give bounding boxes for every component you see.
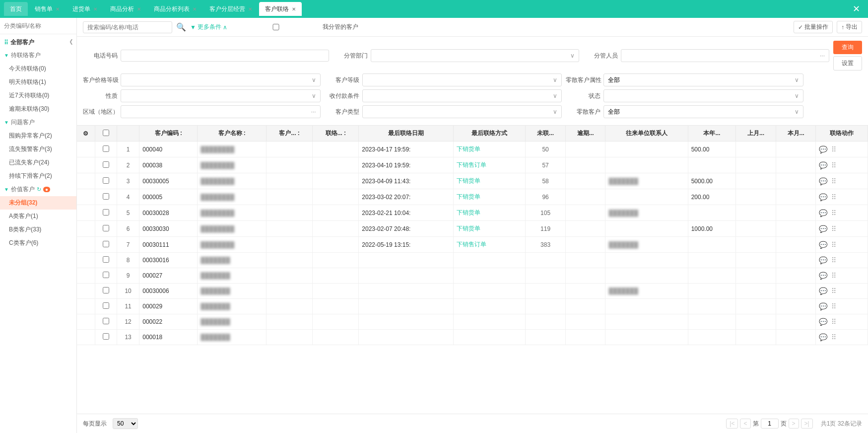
sidebar-group-value[interactable]: ▼ 价值客户 ↻ ● bbox=[0, 183, 76, 196]
dept-select[interactable]: ∨ bbox=[371, 49, 579, 62]
more-icon[interactable]: ⠿ bbox=[831, 145, 836, 153]
th-name[interactable]: 客户名称 : bbox=[198, 126, 267, 142]
td-last-type[interactable]: 下销货单 bbox=[453, 142, 526, 157]
td-last-type[interactable]: 下销货单 bbox=[453, 221, 526, 237]
tab-customer-contact-close[interactable]: ✕ bbox=[292, 6, 296, 12]
filter-search-icon[interactable]: 🔍 bbox=[176, 22, 186, 32]
tab-sales[interactable]: 销售单 ✕ bbox=[29, 2, 66, 16]
comment-icon[interactable]: 💬 bbox=[819, 318, 827, 326]
tab-home[interactable]: 首页 bbox=[4, 2, 28, 16]
td-checkbox[interactable] bbox=[95, 253, 117, 268]
comment-icon[interactable]: 💬 bbox=[819, 177, 827, 185]
td-checkbox[interactable] bbox=[95, 284, 117, 299]
th-last-date[interactable]: 最后联络日期 bbox=[359, 126, 453, 142]
comment-icon[interactable]: 💬 bbox=[819, 193, 827, 201]
more-icon[interactable]: ⠿ bbox=[831, 161, 836, 169]
td-last-type[interactable]: 下销售订单 bbox=[453, 237, 526, 253]
last-page-btn[interactable]: >| bbox=[801, 419, 813, 429]
sidebar-item-overdue[interactable]: 逾期未联络(30) bbox=[0, 102, 76, 116]
comment-icon[interactable]: 💬 bbox=[819, 161, 827, 169]
td-last-type[interactable]: 下销货单 bbox=[453, 173, 526, 189]
td-checkbox[interactable] bbox=[95, 299, 117, 314]
th-this-month[interactable]: 本月... bbox=[776, 126, 816, 142]
manager-select[interactable]: ··· bbox=[621, 49, 829, 62]
more-icon[interactable]: ⠿ bbox=[831, 209, 836, 217]
nature-select[interactable]: ∨ bbox=[121, 89, 321, 102]
comment-icon[interactable]: 💬 bbox=[819, 241, 827, 249]
th-contact[interactable]: 联络... : bbox=[313, 126, 359, 142]
select-all-checkbox[interactable] bbox=[103, 130, 109, 136]
td-checkbox[interactable] bbox=[95, 157, 117, 173]
th-not-contact[interactable]: 未联... bbox=[526, 126, 566, 142]
all-customers-header[interactable]: ⠿ 全部客户 《 bbox=[0, 34, 76, 49]
sidebar-item-ungroup[interactable]: 未分组(32) bbox=[0, 196, 76, 210]
more-icon[interactable]: ⠿ bbox=[831, 287, 836, 295]
my-customers-checkbox[interactable]: 我分管的客户 bbox=[231, 23, 358, 31]
comment-icon[interactable]: 💬 bbox=[819, 302, 827, 310]
status-select[interactable]: ∨ bbox=[603, 89, 803, 102]
td-last-type[interactable]: 下销货单 bbox=[453, 189, 526, 205]
td-checkbox[interactable] bbox=[95, 330, 117, 345]
more-icon[interactable]: ⠿ bbox=[831, 272, 836, 280]
comment-icon[interactable]: 💬 bbox=[819, 333, 827, 341]
tab-customer-layer[interactable]: 客户分层经营 ✕ bbox=[203, 2, 258, 16]
sidebar-item-class-a[interactable]: A类客户(1) bbox=[0, 210, 76, 223]
tab-customer-layer-close[interactable]: ✕ bbox=[248, 6, 252, 12]
th-this-year[interactable]: 本年... bbox=[688, 126, 736, 142]
tab-sales-close[interactable]: ✕ bbox=[56, 6, 60, 12]
tab-purchase[interactable]: 进货单 ✕ bbox=[67, 2, 103, 16]
td-last-type[interactable]: 下销售订单 bbox=[453, 157, 526, 173]
td-checkbox[interactable] bbox=[95, 189, 117, 205]
th-type[interactable]: 客户... : bbox=[267, 126, 313, 142]
tab-goods-list-close[interactable]: ✕ bbox=[193, 6, 197, 12]
sidebar-group-problem[interactable]: ▼ 问题客户 bbox=[0, 116, 76, 129]
td-last-type[interactable]: 下销货单 bbox=[453, 205, 526, 221]
tab-goods-analysis-close[interactable]: ✕ bbox=[137, 6, 141, 12]
tab-goods-analysis[interactable]: 商品分析 ✕ bbox=[104, 2, 147, 16]
more-conditions-btn[interactable]: ▼ 更多条件 ∧ bbox=[190, 23, 227, 31]
customer-type-select[interactable]: ∨ bbox=[362, 105, 562, 118]
export-button[interactable]: ↑ 导出 bbox=[837, 21, 862, 33]
next-page-btn[interactable]: > bbox=[789, 419, 799, 429]
more-icon[interactable]: ⠿ bbox=[831, 333, 836, 341]
page-size-select[interactable]: 50 10 20 100 bbox=[113, 418, 138, 429]
td-checkbox[interactable] bbox=[95, 173, 117, 189]
th-last-month[interactable]: 上月... bbox=[736, 126, 776, 142]
sidebar-item-churned[interactable]: 已流失客户(24) bbox=[0, 156, 76, 169]
td-checkbox[interactable] bbox=[95, 142, 117, 157]
comment-icon[interactable]: 💬 bbox=[819, 256, 827, 264]
sidebar-item-today[interactable]: 今天待联络(0) bbox=[0, 62, 76, 75]
th-overdue[interactable]: 逾期... bbox=[565, 126, 605, 142]
tab-goods-list[interactable]: 商品分析列表 ✕ bbox=[148, 2, 202, 16]
page-num-input[interactable] bbox=[761, 419, 779, 429]
scatter-customer-select[interactable]: 全部 ∨ bbox=[603, 105, 803, 118]
sidebar-item-churn-warning[interactable]: 流失预警客户(3) bbox=[0, 143, 76, 156]
sidebar-item-declining[interactable]: 持续下滑客户(2) bbox=[0, 169, 76, 183]
th-contacts[interactable]: 往来单位联系人 bbox=[605, 126, 688, 142]
phone-input[interactable] bbox=[121, 50, 329, 62]
sidebar-group-pending[interactable]: ▼ 待联络客户 bbox=[0, 49, 76, 62]
collapse-btn[interactable]: 《 bbox=[67, 38, 72, 47]
sidebar-item-abnormal[interactable]: 囤购异常客户(2) bbox=[0, 129, 76, 143]
comment-icon[interactable]: 💬 bbox=[819, 225, 827, 233]
more-icon[interactable]: ⠿ bbox=[831, 225, 836, 233]
more-icon[interactable]: ⠿ bbox=[831, 302, 836, 310]
first-page-btn[interactable]: |< bbox=[726, 419, 738, 429]
more-icon[interactable]: ⠿ bbox=[831, 177, 836, 185]
region-select[interactable]: ··· bbox=[121, 105, 321, 118]
comment-icon[interactable]: 💬 bbox=[819, 209, 827, 217]
th-code[interactable]: 客户编码 : bbox=[139, 126, 198, 142]
more-icon[interactable]: ⠿ bbox=[831, 241, 836, 249]
refresh-icon[interactable]: ↻ bbox=[37, 186, 41, 193]
sidebar-search-input[interactable] bbox=[4, 22, 77, 29]
th-last-type[interactable]: 最后联络方式 bbox=[453, 126, 526, 142]
td-checkbox[interactable] bbox=[95, 314, 117, 330]
more-icon[interactable]: ⠿ bbox=[831, 256, 836, 264]
prev-page-btn[interactable]: < bbox=[740, 419, 750, 429]
sidebar-item-tomorrow[interactable]: 明天待联络(1) bbox=[0, 75, 76, 89]
td-checkbox[interactable] bbox=[95, 237, 117, 253]
sidebar-item-class-c[interactable]: C类客户(6) bbox=[0, 236, 76, 250]
comment-icon[interactable]: 💬 bbox=[819, 272, 827, 280]
comment-icon[interactable]: 💬 bbox=[819, 287, 827, 295]
reset-button[interactable]: 设置 bbox=[833, 56, 862, 71]
